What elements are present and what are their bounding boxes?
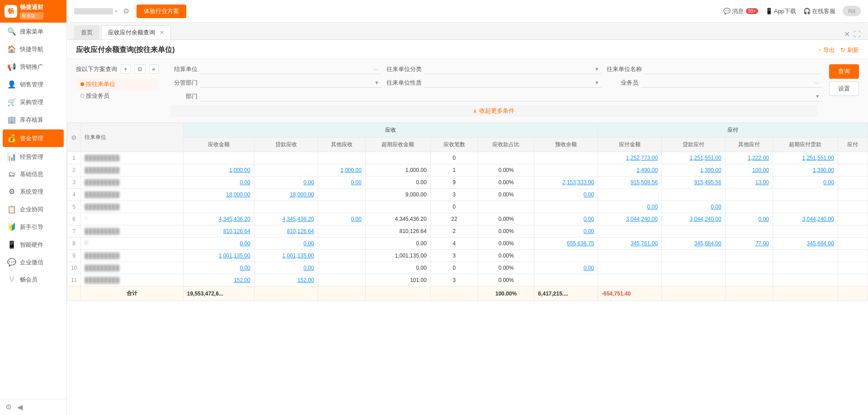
- yingfu-amount[interactable]: [598, 274, 662, 286]
- qita-yingfu[interactable]: 13.00: [725, 176, 773, 189]
- yingshou-amount[interactable]: 0.00: [183, 262, 254, 274]
- qita-yingfu[interactable]: 77.00: [725, 238, 773, 250]
- qita-yingshou[interactable]: 0.00: [318, 213, 365, 225]
- qita-yingshou[interactable]: [318, 189, 365, 201]
- yingfu-amount[interactable]: 915,508.56: [598, 176, 662, 189]
- unit-nature-input[interactable]: ▾: [425, 78, 602, 88]
- table-settings-icon[interactable]: ⚙: [71, 134, 77, 141]
- daikuan-yingshou[interactable]: 810,126.64: [254, 225, 318, 238]
- qita-yingshou[interactable]: [318, 262, 365, 274]
- qita-yingfu[interactable]: [725, 225, 773, 238]
- daikuan-yingfu[interactable]: [661, 250, 725, 262]
- yingshou-amount[interactable]: 810,126.64: [183, 225, 254, 238]
- yushou-yue[interactable]: [534, 164, 598, 176]
- yingshou-amount[interactable]: 1,000.00: [183, 164, 254, 176]
- daikuan-yingshou[interactable]: [254, 201, 318, 213]
- qita-yingfu[interactable]: [725, 262, 773, 274]
- qita-yingfu[interactable]: [725, 189, 773, 201]
- yingshou-amount[interactable]: [183, 152, 254, 164]
- yushou-yue[interactable]: 0.00: [534, 189, 598, 201]
- daikuan-yingfu[interactable]: [661, 189, 725, 201]
- sidebar-item-operations[interactable]: 📊 经营管理: [0, 148, 66, 166]
- yingfu-amount[interactable]: [598, 225, 662, 238]
- yingshou-amount[interactable]: 152.00: [183, 274, 254, 286]
- sidebar-item-enterprise[interactable]: 📋 企业协同: [0, 200, 66, 218]
- qita-yingfu[interactable]: 1,222.00: [725, 152, 773, 164]
- sidebar-item-purchase[interactable]: 🛒 采购管理: [0, 93, 66, 111]
- yushou-yue[interactable]: [534, 152, 598, 164]
- dept-manage-input[interactable]: ▾: [200, 78, 381, 88]
- yingshou-amount[interactable]: [183, 201, 254, 213]
- sidebar-item-sales[interactable]: 👤 销售管理: [0, 76, 66, 93]
- online-service-button[interactable]: 🎧 在线客服: [803, 7, 835, 15]
- qita-yingshou[interactable]: [318, 201, 365, 213]
- sidebar-item-basic[interactable]: 🗂 基础信息: [0, 166, 66, 183]
- qita-yingfu[interactable]: [725, 201, 773, 213]
- yushou-yue[interactable]: [534, 274, 598, 286]
- sidebar-item-guide[interactable]: 🔰 新手引导: [0, 218, 66, 236]
- qita-yingfu[interactable]: [725, 274, 773, 286]
- yingfu-amount[interactable]: [598, 250, 662, 262]
- settlement-unit-input[interactable]: ···: [200, 64, 381, 74]
- qita-yingshou[interactable]: [318, 238, 365, 250]
- unit-name-input[interactable]: [645, 64, 822, 74]
- sidebar-settings-button[interactable]: ⚙: [5, 403, 12, 411]
- chaoqi-yingfu[interactable]: [773, 189, 838, 201]
- salesman-dots-icon[interactable]: ···: [814, 79, 819, 86]
- yingfu-amount[interactable]: 1,252,773.00: [598, 152, 662, 164]
- chaoqi-yingfu[interactable]: [773, 262, 838, 274]
- qita-yingshou[interactable]: [318, 250, 365, 262]
- daikuan-yingfu[interactable]: 1,251,551.00: [661, 152, 725, 164]
- qita-yingshou[interactable]: [318, 274, 365, 286]
- yingfu-amount[interactable]: 3,044,240.00: [598, 213, 662, 225]
- daikuan-yingshou[interactable]: [254, 152, 318, 164]
- daikuan-yingfu[interactable]: [661, 262, 725, 274]
- export-button[interactable]: ↑ 导出: [819, 46, 835, 54]
- sidebar-item-quicknav[interactable]: 🏠 快捷导航: [0, 40, 66, 58]
- total-yingshou-amount[interactable]: 19,553,472,6...: [183, 286, 254, 301]
- qita-yingshou[interactable]: 0.00: [318, 176, 365, 189]
- messages-button[interactable]: 💬 消息 99+: [723, 7, 758, 15]
- sidebar-item-hardware[interactable]: 📱 智能硬件: [0, 236, 66, 253]
- yushou-yue[interactable]: 0.00: [534, 225, 598, 238]
- yushou-yue[interactable]: 0.00: [534, 213, 598, 225]
- daikuan-yingshou[interactable]: 0.00: [254, 176, 318, 189]
- yingfu-amount[interactable]: 0.00: [598, 201, 662, 213]
- sidebar-item-inventory[interactable]: 🏢 库存核算: [0, 111, 66, 129]
- yingfu-amount[interactable]: 345,761.00: [598, 238, 662, 250]
- chaoqi-yingfu[interactable]: [773, 225, 838, 238]
- daikuan-yingshou[interactable]: [254, 164, 318, 176]
- daikuan-yingfu[interactable]: [661, 225, 725, 238]
- yingfu-amount[interactable]: [598, 262, 662, 274]
- tab-close-window-icon[interactable]: ✕: [844, 30, 850, 38]
- salesman-input[interactable]: ···: [641, 78, 822, 88]
- daikuan-yingshou[interactable]: 0.00: [254, 238, 318, 250]
- user-avatar[interactable]: Rit: [843, 6, 861, 16]
- daikuan-yingshou[interactable]: 0.00: [254, 262, 318, 274]
- setting-button[interactable]: 设置: [829, 81, 859, 96]
- qita-yingshou[interactable]: [318, 225, 365, 238]
- dept-input[interactable]: ▾: [200, 91, 822, 101]
- yushou-yue[interactable]: [534, 250, 598, 262]
- sidebar-item-wechat[interactable]: 💬 企业微信: [0, 253, 66, 271]
- chaoqi-yingfu[interactable]: [773, 201, 838, 213]
- cta-button[interactable]: 体验行业方案: [137, 5, 186, 18]
- chaoqi-yingfu[interactable]: 3,044,240.00: [773, 213, 838, 225]
- qita-yingshou[interactable]: [318, 152, 365, 164]
- total-yushou-yue[interactable]: 6,417,215....: [534, 286, 598, 301]
- tab-home[interactable]: 首页: [74, 25, 99, 39]
- filter-nav-by-unit[interactable]: 按往来单位: [76, 78, 159, 90]
- sidebar-collapse-button[interactable]: ◀: [17, 403, 23, 411]
- yushou-yue[interactable]: [534, 201, 598, 213]
- settlement-unit-dots-icon[interactable]: ···: [373, 66, 378, 72]
- qita-yingfu[interactable]: 0.00: [725, 213, 773, 225]
- sidebar-item-marketing[interactable]: 📢 营销推广: [0, 58, 66, 76]
- chaoqi-yingfu[interactable]: [773, 274, 838, 286]
- sidebar-item-search[interactable]: 🔍 搜索菜单: [0, 23, 66, 40]
- sidebar-item-member[interactable]: V 畅会员: [0, 271, 66, 288]
- daikuan-yingfu[interactable]: 1,390.00: [661, 164, 725, 176]
- chaoqi-yingfu[interactable]: 1,390.00: [773, 164, 838, 176]
- daikuan-yingfu[interactable]: 3,044,240.00: [661, 213, 725, 225]
- daikuan-yingshou[interactable]: 18,000.00: [254, 189, 318, 201]
- qita-yingfu[interactable]: [725, 250, 773, 262]
